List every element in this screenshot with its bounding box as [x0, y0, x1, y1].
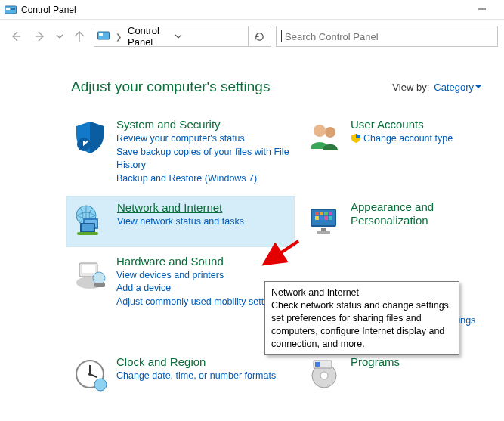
- chevron-down-icon: [475, 84, 481, 90]
- category-sublink[interactable]: Backup and Restore (Windows 7): [116, 172, 290, 185]
- category-title[interactable]: Programs: [351, 355, 400, 369]
- category-sublink[interactable]: View devices and printers: [116, 269, 281, 282]
- address-bar[interactable]: ❯ Control Panel: [94, 26, 271, 47]
- programs-icon: [305, 355, 343, 393]
- view-by-control[interactable]: View by: Category: [392, 82, 486, 93]
- svg-rect-17: [77, 232, 98, 235]
- window-title: Control Panel: [21, 5, 465, 15]
- refresh-button[interactable]: [248, 26, 271, 46]
- svg-rect-29: [329, 216, 332, 220]
- control-panel-icon: [5, 4, 17, 16]
- svg-rect-16: [82, 224, 94, 231]
- category-network-internet[interactable]: Network and Internet View network status…: [66, 196, 295, 247]
- category-title[interactable]: Clock and Region: [116, 355, 276, 369]
- forward-button[interactable]: [30, 26, 50, 46]
- window-titlebar: Control Panel: [0, 0, 504, 20]
- tooltip-body: Check network status and change settings…: [271, 299, 453, 351]
- svg-rect-46: [315, 362, 320, 367]
- category-sublink[interactable]: Change date, time, or number formats: [116, 370, 276, 382]
- category-sublink[interactable]: View network status and tasks: [117, 215, 244, 228]
- svg-rect-24: [324, 212, 328, 215]
- svg-point-44: [320, 372, 328, 379]
- category-clock-region[interactable]: Clock and Region Change date, time, or n…: [66, 351, 295, 401]
- svg-point-33: [93, 272, 105, 284]
- svg-point-11: [325, 127, 335, 138]
- chevron-right-icon[interactable]: ❯: [113, 33, 125, 41]
- category-hardware-sound[interactable]: Hardware and Sound View devices and prin…: [66, 250, 295, 348]
- svg-point-10: [314, 125, 326, 137]
- search-input[interactable]: Search Control Panel: [276, 26, 498, 47]
- svg-rect-2: [11, 8, 15, 10]
- view-by-value[interactable]: Category: [434, 82, 474, 93]
- category-sublink[interactable]: Change account type: [351, 132, 453, 145]
- svg-rect-20: [321, 228, 326, 231]
- category-system-security[interactable]: System and Security Review your computer…: [66, 113, 295, 193]
- svg-rect-34: [94, 283, 105, 287]
- svg-rect-22: [315, 212, 319, 215]
- category-title[interactable]: Network and Internet: [117, 201, 244, 215]
- svg-rect-21: [317, 231, 330, 234]
- control-panel-addr-icon: [97, 29, 110, 44]
- category-user-accounts[interactable]: User Accounts Change account type: [301, 113, 486, 193]
- view-by-label: View by:: [392, 82, 429, 93]
- category-programs[interactable]: Programs: [301, 351, 486, 401]
- up-button[interactable]: [70, 26, 89, 46]
- hardware-icon: [71, 255, 109, 293]
- svg-rect-23: [320, 212, 323, 215]
- category-title[interactable]: System and Security: [116, 118, 290, 132]
- clock-icon: [71, 355, 109, 393]
- category-title[interactable]: Hardware and Sound: [116, 255, 281, 268]
- category-grid: System and Security Review your computer…: [66, 113, 486, 401]
- svg-point-39: [88, 373, 91, 376]
- navigation-bar: ❯ Control Panel Search Control Panel: [0, 20, 504, 53]
- recent-locations-dropdown[interactable]: [54, 26, 65, 46]
- tooltip: Network and Internet Check network statu…: [264, 281, 459, 355]
- cursor-icon: [281, 30, 282, 42]
- category-sublink[interactable]: Review your computer's status: [116, 132, 290, 145]
- breadcrumb-label[interactable]: Control Panel: [128, 25, 172, 48]
- uac-shield-icon: [351, 133, 361, 144]
- category-title[interactable]: Appearance and Personalization: [351, 200, 481, 228]
- svg-rect-32: [82, 265, 95, 273]
- category-appearance[interactable]: Appearance and Personalization: [301, 196, 486, 247]
- category-title[interactable]: User Accounts: [351, 118, 453, 132]
- svg-rect-8: [99, 33, 103, 36]
- svg-rect-25: [329, 212, 332, 215]
- network-icon: [72, 201, 110, 239]
- address-history-dropdown[interactable]: [172, 33, 249, 40]
- page-heading: Adjust your computer's settings: [71, 79, 270, 95]
- back-button[interactable]: [6, 26, 26, 46]
- tooltip-title: Network and Internet: [271, 286, 453, 299]
- svg-rect-1: [6, 8, 10, 10]
- svg-rect-27: [320, 216, 323, 220]
- svg-rect-26: [315, 216, 319, 220]
- minimize-button[interactable]: [465, 3, 499, 17]
- shield-icon: [71, 118, 109, 156]
- search-placeholder: Search Control Panel: [285, 31, 379, 42]
- user-accounts-icon: [305, 118, 343, 156]
- category-sublink[interactable]: Add a device: [116, 282, 281, 295]
- category-sublink[interactable]: Save backup copies of your files with Fi…: [116, 146, 290, 172]
- svg-rect-28: [324, 216, 328, 220]
- appearance-icon: [305, 200, 343, 238]
- svg-point-40: [94, 379, 107, 391]
- category-sublink[interactable]: Adjust commonly used mobility settings: [116, 296, 281, 308]
